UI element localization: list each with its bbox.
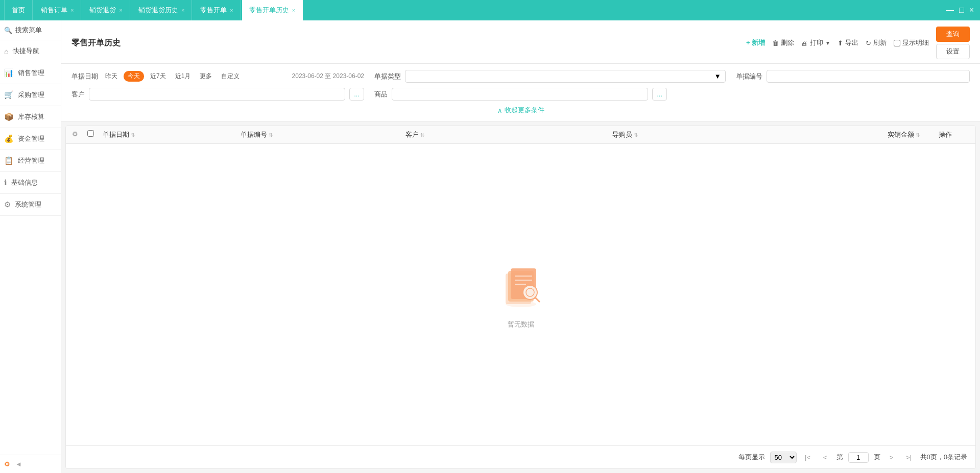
tab-retail-open-history-label: 零售开单历史 [249,6,289,15]
tab-retail-open[interactable]: 零售开单 × [193,0,241,20]
date-label: 单据日期 [71,72,98,81]
sidebar-bottom: ⚙ ◄ [0,455,61,473]
basic-info-icon: ℹ [4,178,7,187]
doc-type-dropdown-icon: ▼ [714,72,721,80]
sidebar-item-system[interactable]: ⚙ 系统管理 [0,194,61,216]
tab-sales-return-history-close[interactable]: × [181,7,184,13]
sidebar-search[interactable]: 🔍 搜索菜单 [0,20,61,40]
tab-list: 首页 销售订单 × 销货退货 × 销货退货历史 × 零售开单 × 零售开单历史 … [4,0,946,20]
tab-retail-open-history-close[interactable]: × [292,7,295,13]
filter-date: 单据日期 昨天 今天 近7天 近1月 更多 自定义 2023-06-02 至 2… [71,71,364,82]
collapse-filter-btn[interactable]: ∧ 收起更多条件 [71,106,970,115]
filter-area: 单据日期 昨天 今天 近7天 近1月 更多 自定义 2023-06-02 至 2… [61,64,980,121]
sidebar-finance-label: 资金管理 [18,134,44,143]
goods-input[interactable] [392,88,648,101]
sort-billno-icon[interactable]: ⇅ [269,132,273,138]
sidebar-item-purchase[interactable]: 🛒 采购管理 [0,84,61,106]
delete-button[interactable]: 🗑 删除 [772,38,794,47]
chevron-up-icon: ∧ [497,107,503,114]
filter-customer: 客户 ... [71,88,364,101]
sidebar-item-basic-info[interactable]: ℹ 基础信息 [0,172,61,194]
sidebar-item-quick-nav[interactable]: ⌂ 快捷导航 [0,40,61,62]
tab-sales-order-close[interactable]: × [70,7,74,13]
tab-home-label: 首页 [12,6,25,15]
add-button[interactable]: + 新增 [746,38,765,47]
customer-browse-btn[interactable]: ... [349,88,364,101]
tab-sales-return-label: 销货退货 [89,6,116,15]
select-all-checkbox[interactable] [87,130,94,137]
sidebar-settings-icon[interactable]: ⚙ [4,460,10,468]
tab-sales-return-history[interactable]: 销货退货历史 × [131,0,192,20]
page-title: 零售开单历史 [71,38,121,48]
finance-icon: 💰 [4,134,14,143]
doc-type-select[interactable]: ▼ [405,70,726,83]
export-button[interactable]: ⬆ 导出 [838,38,858,47]
sort-amount-icon[interactable]: ⇅ [916,132,920,138]
tab-sales-return-close[interactable]: × [119,7,122,13]
table-gear-icon[interactable]: ⚙ [72,130,78,138]
date-shortcuts: 昨天 今天 近7天 近1月 更多 自定义 [102,71,288,82]
maximize-button[interactable]: □ [959,6,964,15]
doc-no-label: 单据编号 [736,72,762,81]
query-button[interactable]: 查询 [936,27,970,42]
tab-sales-return-history-label: 销货退货历史 [138,6,178,15]
inventory-icon: 📦 [4,112,14,121]
export-label: 导出 [845,38,858,47]
pagination: 每页显示 50 10 20 100 |< < 第 页 > >| 共0页，0条记录 [66,445,975,468]
th-date-label: 单据日期 [103,130,129,139]
date-today[interactable]: 今天 [124,71,144,82]
th-action: 操作 [939,130,969,139]
print-dropdown-icon: ▼ [825,40,830,46]
set-button[interactable]: 设置 [936,44,970,59]
tab-retail-open-close[interactable]: × [230,7,233,13]
customer-input[interactable] [89,88,345,101]
page-input[interactable] [848,452,869,463]
th-billno: 单据编号 ⇅ [241,130,406,139]
home-icon: ⌂ [4,47,9,56]
prev-page-button[interactable]: < [819,451,831,463]
date-range-text: 2023-06-02 至 2023-06-02 [292,72,364,81]
delete-label: 删除 [781,38,794,47]
show-detail-checkbox[interactable] [894,40,900,46]
filter-goods: 商品 ... [374,88,667,101]
next-page-button[interactable]: > [886,451,898,463]
goods-browse-btn[interactable]: ... [652,88,667,101]
sidebar-item-operation[interactable]: 📋 经营管理 [0,150,61,172]
first-page-button[interactable]: |< [802,451,814,463]
tab-retail-open-history[interactable]: 零售开单历史 × [242,0,303,20]
page-size-select[interactable]: 50 10 20 100 [770,452,797,463]
close-button[interactable]: × [969,6,974,15]
sort-guide-icon[interactable]: ⇅ [634,132,638,138]
tab-sales-order[interactable]: 销售订单 × [34,0,81,20]
last-page-button[interactable]: >| [903,451,915,463]
date-more[interactable]: 更多 [197,71,215,82]
search-icon: 🔍 [4,27,12,34]
date-last7[interactable]: 近7天 [147,71,169,82]
sidebar-quick-nav-label: 快捷导航 [13,46,39,56]
sales-icon: 📊 [4,68,14,78]
collapse-label: 收起更多条件 [505,106,544,115]
date-custom[interactable]: 自定义 [218,71,243,82]
show-detail-toggle[interactable]: 显示明细 [894,38,929,47]
table-area: ⚙ 单据日期 ⇅ 单据编号 ⇅ 客户 ⇅ 导购员 [65,126,976,469]
page-header: 零售开单历史 + 新增 🗑 删除 🖨 打印 ▼ ⬆ 导出 [61,20,980,64]
window-controls: — □ × [946,6,976,15]
date-yesterday[interactable]: 昨天 [102,71,121,82]
sidebar-item-sales[interactable]: 📊 销售管理 [0,62,61,84]
sort-date-icon[interactable]: ⇅ [131,132,135,138]
toolbar: + 新增 🗑 删除 🖨 打印 ▼ ⬆ 导出 ↻ 刷新 [746,27,970,59]
refresh-button[interactable]: ↻ 刷新 [866,38,887,47]
doc-no-input[interactable] [767,70,970,83]
sort-customer-icon[interactable]: ⇅ [420,132,424,138]
tab-sales-return[interactable]: 销货退货 × [82,0,130,20]
sidebar-item-inventory[interactable]: 📦 库存核算 [0,106,61,128]
date-last-month[interactable]: 近1月 [172,71,194,82]
print-button[interactable]: 🖨 打印 ▼ [801,38,830,47]
sidebar-collapse-icon[interactable]: ◄ [15,460,22,468]
minimize-button[interactable]: — [946,6,954,15]
th-guide: 导购员 ⇅ [612,130,750,139]
filter-row-2: 客户 ... 商品 ... [71,88,970,101]
table-checkbox-col [87,130,103,139]
sidebar-item-finance[interactable]: 💰 资金管理 [0,128,61,150]
tab-home[interactable]: 首页 [4,0,33,20]
